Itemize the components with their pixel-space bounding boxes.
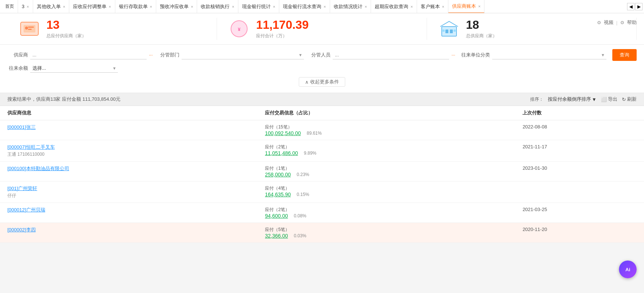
nav-tab-cash-bank-stat[interactable]: 现金银行统计 × (238, 0, 279, 13)
table-row: [000001]张三应付（15笔）100,092,540.0089.61%202… (0, 120, 644, 140)
tx-percentage: 89.61% (307, 131, 322, 136)
tx-amount-link[interactable]: 164,635.90 (265, 192, 291, 197)
nav-tab-bank-deposit[interactable]: 银行存取款单 × (115, 0, 156, 13)
video-icon: ⊙ (597, 20, 601, 25)
nav-arrow-left[interactable]: ◀ (627, 3, 634, 10)
nav-tab-supplier-account[interactable]: 供应商账本 × (448, 0, 484, 13)
tx-percentage: 0.08% (294, 213, 306, 218)
tx-label: 应付（2笔） (265, 144, 508, 150)
supplier-link[interactable]: [000007]恒旺二手叉车 (7, 144, 55, 150)
tx-label: 应付（5笔） (265, 227, 508, 233)
sort-button[interactable]: 按应付余额倒序排序 ▼ (548, 96, 596, 103)
table-row: [000012]广州贝瑞应付（2笔）94,600.000.08%2021-03-… (0, 203, 644, 223)
close-icon[interactable]: × (323, 4, 326, 9)
nav-tab-3[interactable]: 3 × (18, 0, 33, 13)
supplier-table-container: 供应商信息 应付交易信息（占比） 上次付数 [000001]张三应付（15笔）1… (0, 106, 644, 243)
supplier-link[interactable]: [000100]本特勤油品有限公司 (7, 166, 69, 171)
filter-row-1: 供应商 ··· 分管部门 ▼ 分管人员 ··· 往来单位分类 (7, 49, 637, 61)
supplier-link[interactable]: [001]广州荣轩 (7, 186, 37, 191)
supplier-link[interactable]: [000001]张三 (7, 124, 36, 130)
tx-label: 应付（15笔） (265, 124, 508, 130)
close-icon[interactable]: × (273, 4, 275, 9)
tx-amount-link[interactable]: 100,092,540.00 (265, 130, 301, 136)
person-filter-label: 分管人员 (310, 52, 330, 58)
supplier-link[interactable]: [000002]李四 (7, 227, 36, 232)
balance-filter-select[interactable]: 选择... (30, 64, 118, 73)
refresh-icon: ↻ (622, 97, 626, 102)
close-icon[interactable]: × (27, 4, 29, 9)
result-info-right: 排序： 按应付余额倒序排序 ▼ ⬜ 导出 ↻ 刷新 (530, 96, 637, 103)
filter-row-2: 往来余额 选择... ▼ (7, 64, 637, 73)
tx-amount-link[interactable]: 258,000.00 (265, 172, 291, 177)
ap-total-label: 应付合计（万） (256, 33, 308, 39)
close-icon[interactable]: × (478, 4, 480, 8)
tx-amount-link[interactable]: 94,600.00 (265, 213, 288, 219)
query-button[interactable]: 查询 (612, 49, 637, 61)
tx-percentage: 0.15% (297, 192, 309, 197)
tx-amount-link[interactable]: 32,366.00 (265, 233, 288, 239)
card3-content: 18 总供应商（家） (466, 18, 497, 39)
filter-dept: 分管部门 ▼ (159, 51, 304, 59)
close-icon[interactable]: × (63, 4, 65, 9)
nav-tab-cash-bank-flow[interactable]: 现金银行流水查询 × (279, 0, 330, 13)
dept-filter-label: 分管部门 (159, 52, 179, 58)
tx-percentage: 0.23% (297, 172, 309, 177)
svg-rect-4 (28, 29, 32, 30)
nav-tab-customer-account[interactable]: 客户账本 × (417, 0, 448, 13)
nav-tab-home[interactable]: 首页 (1, 0, 18, 13)
unit-type-filter-label: 往来单位分类 (461, 52, 490, 58)
supplier-icon (18, 18, 41, 40)
person-more-icon[interactable]: ··· (451, 52, 455, 58)
card2-content: 11,170.39 应付合计（万） (256, 18, 308, 39)
filter-balance: 往来余额 选择... ▼ (7, 64, 118, 73)
nav-arrow-right[interactable]: ▶ (635, 3, 643, 10)
nav-tab-collect-verify[interactable]: 收款核销执行 × (197, 0, 238, 13)
video-link[interactable]: 视频 (604, 19, 613, 26)
tx-amount-link[interactable]: 11,051,486.00 (265, 150, 298, 156)
nav-tab-other-income[interactable]: 其他收入单 × (33, 0, 69, 13)
supplier-cell: [000007]恒旺二手叉车王通 17106110000 (0, 140, 258, 162)
tx-cell: 应付（5笔）32,366.000.03% (258, 223, 515, 243)
close-icon[interactable]: × (410, 4, 413, 9)
close-icon[interactable]: × (109, 4, 111, 9)
refresh-button[interactable]: ↻ 刷新 (622, 96, 637, 103)
col-header-supplier: 供应商信息 (0, 106, 258, 120)
last-pay-cell (515, 182, 644, 203)
collapse-button[interactable]: ∧ 收起更多条件 (299, 77, 345, 87)
svg-point-2 (25, 27, 28, 30)
export-icon: ⬜ (601, 97, 607, 102)
tx-label: 应付（2笔） (265, 207, 508, 213)
balance-filter-label: 往来余额 (7, 65, 28, 72)
export-button[interactable]: ⬜ 导出 (601, 96, 617, 103)
tx-cell: 应付（1笔）258,000.000.23% (258, 162, 515, 182)
collapse-bar: ∧ 收起更多条件 (7, 76, 637, 90)
close-icon[interactable]: × (150, 4, 152, 9)
svg-rect-3 (28, 27, 34, 28)
unit-type-filter-select[interactable] (492, 51, 607, 59)
nav-tab-collect-stat[interactable]: 收款情况统计 × (330, 0, 371, 13)
supplier-more-icon[interactable]: ··· (149, 52, 153, 58)
nav-arrows: ◀ ▶ (627, 3, 643, 10)
close-icon[interactable]: × (232, 4, 234, 9)
person-filter-input[interactable] (333, 51, 449, 59)
filter-unit-type: 往来单位分类 ▼ (461, 51, 607, 59)
help-link[interactable]: 帮助 (627, 19, 637, 26)
chevron-down-icon: ▼ (592, 97, 596, 102)
dept-filter-select[interactable] (182, 51, 304, 59)
last-pay-cell: 2022-08-08 (515, 120, 644, 140)
supplier-filter-input[interactable] (30, 51, 147, 59)
supplier-link[interactable]: [000012]广州贝瑞 (7, 207, 45, 213)
svg-rect-10 (442, 30, 445, 32)
supplier-cell: [000012]广州贝瑞 (0, 203, 258, 223)
col-header-last-pay: 上次付数 (515, 106, 644, 120)
nav-tab-ap-adjust[interactable]: 应收应付调整单 × (69, 0, 115, 13)
tx-percentage: 0.03% (294, 233, 306, 238)
close-icon[interactable]: × (365, 4, 367, 9)
summary-card-ap-total: ¥ 11,170.39 应付合计（万） (217, 18, 427, 40)
store-icon (438, 18, 460, 40)
close-icon[interactable]: × (191, 4, 193, 9)
nav-tab-advance-collect[interactable]: 预收冲应收单 × (156, 0, 197, 13)
close-icon[interactable]: × (442, 4, 444, 9)
nav-tab-overdue-query[interactable]: 超期应收款查询 × (371, 0, 417, 13)
result-info-bar: 搜索结果中，供应商13家 应付金额 111,703,854.00元 排序： 按应… (0, 93, 644, 106)
